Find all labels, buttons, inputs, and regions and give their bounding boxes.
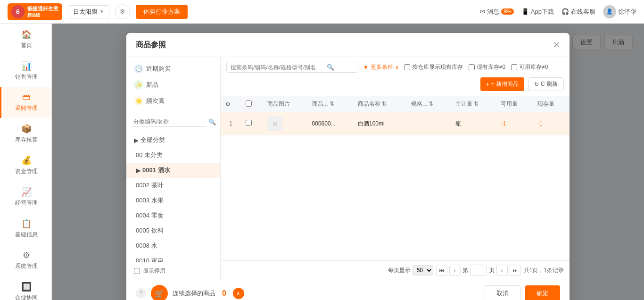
search-magnifier-icon: 🔍 (327, 64, 334, 71)
available-checkbox-label[interactable]: 可用库存≠0 (511, 63, 548, 71)
stock-checkbox[interactable] (469, 64, 475, 70)
spec-col-header[interactable]: 规格... ⇅ (406, 96, 451, 112)
quick-access: 🕒 近期购买 ✨ 新品 ⭐ 频次高 (126, 57, 220, 113)
refresh-button[interactable]: ↻ C 刷新 (528, 77, 564, 91)
store-selector[interactable]: 日太阳膜 ▼ (68, 5, 109, 18)
new-product-icon: ✨ (134, 80, 143, 90)
filter-icon: ▼ (363, 64, 369, 71)
category-search-icon[interactable]: 🔍 (208, 118, 216, 125)
row-select-checkbox[interactable] (246, 120, 252, 126)
available-col-header: 可用量 (496, 96, 533, 112)
prev-page-button[interactable]: ‹ (449, 265, 461, 276)
next-page-button[interactable]: › (496, 265, 508, 276)
filter-button[interactable]: ▼ 更多条件 ∧ (363, 63, 399, 71)
available-checkbox[interactable] (511, 64, 517, 70)
cart-button[interactable]: 🛒 (151, 285, 168, 300)
sidebar-item-operations[interactable]: 📈 经营管理 (0, 181, 51, 213)
left-panel: 🕒 近期购买 ✨ 新品 ⭐ 频次高 (126, 57, 221, 280)
warehouse-checkbox-label[interactable]: 按仓库显示现有库存 (404, 63, 463, 71)
stock-col-header: 现存量 (533, 96, 570, 112)
category-item-appliance[interactable]: 0010 家电 (126, 253, 220, 262)
settings-icon[interactable]: ⚙ (115, 4, 130, 19)
dialog-header: 商品参照 ✕ (126, 33, 570, 57)
recent-icon: 🕒 (134, 64, 143, 74)
store-arrow-icon: ▼ (99, 9, 104, 14)
category-item-tea[interactable]: 0002 茶叶 (126, 178, 220, 193)
select-all-checkbox[interactable] (246, 100, 252, 107)
code-sort-icon: ⇅ (330, 100, 334, 107)
first-page-button[interactable]: ⏮ (436, 265, 447, 276)
product-stock-cell: -1 (533, 112, 570, 135)
unit-col-header[interactable]: 主计量 ⇅ (451, 96, 496, 112)
settings-col-header[interactable]: ⚙ (221, 96, 241, 112)
category-item-unclassified[interactable]: 00 未分类 (126, 148, 220, 163)
category-item-all[interactable]: ▶ 全部分类 (126, 133, 220, 148)
page-number-input[interactable]: 1 (470, 265, 487, 276)
sidebar-item-enterprise[interactable]: 🔲 企业协同 (0, 276, 51, 300)
online-service-button[interactable]: 🎧 在线客服 (561, 8, 595, 16)
pagination: 每页显示 50 ⏮ ‹ 第 1 页 › (221, 260, 570, 280)
sidebar-item-sales[interactable]: 📊 销售管理 (0, 55, 51, 87)
inventory-icon: 📦 (21, 124, 32, 134)
sidebar-item-inventory[interactable]: 📦 库存核算 (0, 118, 51, 150)
sidebar-item-finance[interactable]: 💰 资金管理 (0, 150, 51, 181)
category-item-snack[interactable]: 0004 零食 (126, 208, 220, 223)
category-item-fruit[interactable]: 0003 水果 (126, 193, 220, 208)
collapse-footer-button[interactable]: ∧ (233, 288, 244, 299)
sidebar-item-home[interactable]: 🏠 首页 (0, 24, 51, 55)
stock-checkbox-label[interactable]: 现有库存≠0 (469, 63, 505, 71)
sidebar-item-system[interactable]: ⚙ 系统管理 (0, 244, 51, 276)
sales-icon: 📊 (21, 61, 32, 71)
message-icon: ✉ (480, 8, 485, 15)
cancel-button[interactable]: 取消 (485, 285, 520, 300)
table-row[interactable]: 1 🖼 000600... (221, 112, 570, 135)
dialog-title: 商品参照 (136, 40, 166, 50)
quick-item-new[interactable]: ✨ 新品 (126, 77, 220, 93)
app-icon: 📱 (521, 8, 529, 15)
topbar-right: ✉ 消息 99+ 📱 App下载 🎧 在线客服 👤 徐泽华 (480, 5, 636, 18)
unit-sort-icon: ⇅ (474, 100, 479, 107)
category-item-liquor[interactable]: ▶ 0001 酒水 (126, 163, 220, 178)
messages-button[interactable]: ✉ 消息 99+ (480, 8, 514, 16)
sidebar-item-purchase[interactable]: 🗃 采购管理 (0, 87, 51, 118)
product-table: ⚙ 商品图片 商品... ⇅ 商品名称 ⇅ (221, 96, 570, 135)
quick-item-frequent[interactable]: ⭐ 频次高 (126, 93, 220, 109)
per-page-select[interactable]: 50 (413, 265, 433, 275)
display-disabled-label: 显示停用 (143, 267, 165, 275)
last-page-button[interactable]: ⏭ (510, 265, 521, 276)
quick-item-recent[interactable]: 🕒 近期购买 (126, 61, 220, 77)
display-disabled-area: 显示停用 (126, 262, 220, 280)
add-product-button[interactable]: + + 新增商品 (480, 77, 524, 91)
category-search-area: 🔍 (126, 113, 220, 131)
product-search-box[interactable]: 🔍 (226, 62, 358, 73)
display-disabled-checkbox[interactable] (134, 268, 140, 274)
code-col-header[interactable]: 商品... ⇅ (307, 96, 353, 112)
toolbar-actions: + + 新增商品 ↻ C 刷新 (480, 77, 564, 91)
category-search-input[interactable] (132, 117, 206, 127)
app-download-button[interactable]: 📱 App下载 (521, 8, 554, 16)
category-item-beverage[interactable]: 0005 饮料 (126, 223, 220, 238)
trial-button[interactable]: 体验行业方案 (136, 5, 188, 19)
name-col-header[interactable]: 商品名称 ⇅ (353, 96, 406, 112)
total-info: 共1页，1条记录 (524, 267, 564, 275)
right-panel: 🔍 ▼ 更多条件 ∧ 按仓库显示现有库存 (221, 57, 570, 280)
home-icon: 🏠 (21, 29, 32, 40)
confirm-button[interactable]: 确定 (525, 285, 560, 300)
product-search-input[interactable] (231, 64, 325, 71)
per-page-area: 每页显示 50 (388, 265, 433, 275)
sidebar-item-basic-info[interactable]: 📋 基础信息 (0, 213, 51, 244)
help-icon[interactable]: ? (136, 288, 146, 299)
operations-icon: 📈 (21, 187, 32, 197)
dialog-close-button[interactable]: ✕ (553, 40, 560, 50)
logo-icon: 6 (11, 5, 25, 18)
row-checkbox-cell (241, 112, 263, 135)
footer-right: 取消 确定 (485, 285, 560, 300)
category-item-water[interactable]: 0008 水 (126, 238, 220, 253)
headset-icon: 🎧 (561, 8, 569, 15)
frequent-icon: ⭐ (134, 96, 143, 106)
product-available-cell: -1 (496, 112, 533, 135)
user-area[interactable]: 👤 徐泽华 (603, 5, 636, 18)
continuous-label: 连续选择的商品 (173, 289, 215, 298)
basic-info-icon: 📋 (21, 218, 32, 229)
warehouse-checkbox[interactable] (404, 64, 410, 70)
